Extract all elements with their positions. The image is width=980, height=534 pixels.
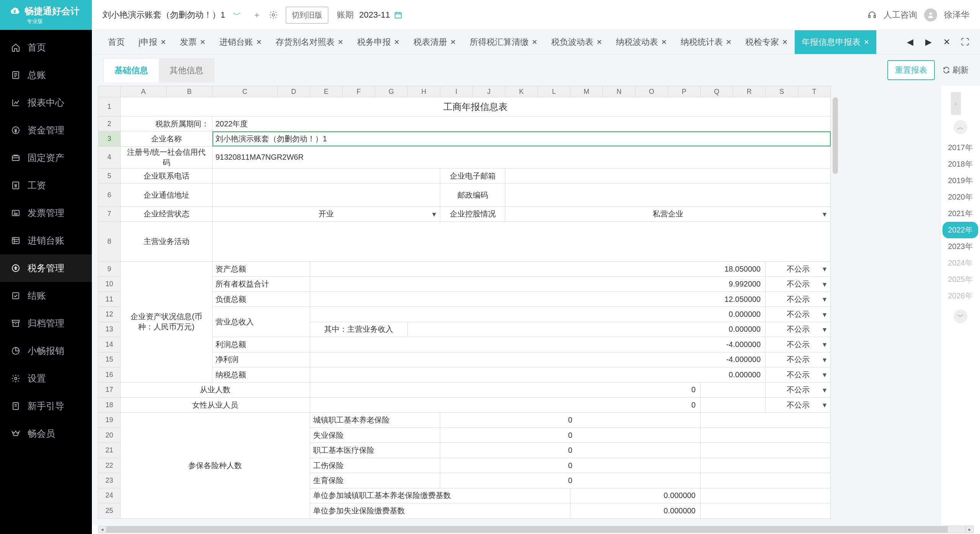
tab[interactable]: 税检专家✕ xyxy=(738,30,795,54)
close-icon[interactable]: ✕ xyxy=(160,38,166,46)
switch-old-button[interactable]: 切到旧版 xyxy=(286,7,328,24)
column-header[interactable]: H xyxy=(408,86,440,97)
publicity-select[interactable]: 不公示 xyxy=(766,382,831,397)
close-icon[interactable]: ✕ xyxy=(596,38,602,46)
hscroll-right-icon[interactable]: ▸ xyxy=(965,526,974,533)
base-value[interactable]: 0.000000 xyxy=(570,503,701,519)
publicity-select[interactable]: 不公示 xyxy=(766,367,831,382)
insurance-value[interactable]: 0 xyxy=(440,443,701,458)
close-icon[interactable]: ✕ xyxy=(864,38,869,46)
year-item[interactable]: 2019年 xyxy=(942,172,978,189)
finance-value[interactable]: 18.050000 xyxy=(310,261,766,276)
sidebar-item-member[interactable]: 畅会员 xyxy=(0,420,92,447)
row-header[interactable]: 4 xyxy=(98,146,121,168)
row-header[interactable]: 16 xyxy=(98,367,121,382)
column-header[interactable]: S xyxy=(766,86,798,97)
year-item[interactable]: 2018年 xyxy=(942,156,978,172)
finance-value[interactable]: -4.000000 xyxy=(310,337,766,352)
sidebar-item-guide[interactable]: 新手引导 xyxy=(0,392,92,420)
sidebar-item-settings[interactable]: 设置 xyxy=(0,365,92,392)
sidebar-item-archive[interactable]: 归档管理 xyxy=(0,310,92,337)
company-value-cell[interactable]: 刘小艳演示账套（勿删勿动！）1 xyxy=(212,131,831,146)
insurance-value[interactable]: 0 xyxy=(440,458,701,473)
row-header[interactable]: 7 xyxy=(98,206,121,221)
finance-value[interactable]: 0.000000 xyxy=(408,322,766,337)
female-value[interactable]: 0 xyxy=(310,398,701,413)
year-item[interactable]: 2017年 xyxy=(942,139,978,156)
scrollbar-thumb[interactable] xyxy=(833,97,838,174)
column-header[interactable]: G xyxy=(375,86,408,97)
row-header[interactable]: 25 xyxy=(98,503,121,519)
close-icon[interactable]: ✕ xyxy=(661,38,667,46)
insurance-extra[interactable] xyxy=(701,473,831,488)
publicity-select[interactable]: 不公示 xyxy=(766,337,831,352)
avatar[interactable] xyxy=(924,8,937,21)
column-header[interactable]: A xyxy=(121,86,167,97)
sidebar-item-churu[interactable]: 进销台账 xyxy=(0,227,92,254)
column-header[interactable]: K xyxy=(505,86,538,97)
row-header[interactable]: 13 xyxy=(98,322,121,337)
addr-value[interactable] xyxy=(212,183,440,206)
row-header[interactable]: 5 xyxy=(98,168,121,183)
finance-value[interactable]: -4.000000 xyxy=(310,352,766,367)
insurance-extra[interactable] xyxy=(701,428,831,442)
account-name[interactable]: 刘小艳演示账套（勿删勿动！）1 xyxy=(103,9,225,21)
column-header[interactable]: B xyxy=(167,86,212,97)
column-header[interactable]: O xyxy=(635,86,668,97)
column-header[interactable]: F xyxy=(343,86,375,97)
holding-select[interactable]: 私营企业 xyxy=(505,206,831,221)
finance-value[interactable]: 12.050000 xyxy=(310,292,766,306)
sidebar-item-money[interactable]: 资金管理 xyxy=(0,116,92,144)
sidebar-item-close[interactable]: 结账 xyxy=(0,282,92,310)
subtab[interactable]: 基础信息 xyxy=(104,59,159,82)
calendar-icon[interactable] xyxy=(394,11,402,19)
base-extra[interactable] xyxy=(701,488,831,503)
tab[interactable]: į申报✕ xyxy=(132,30,173,54)
insurance-value[interactable]: 0 xyxy=(440,428,701,442)
column-header[interactable]: D xyxy=(278,86,310,97)
insurance-value[interactable]: 0 xyxy=(440,473,701,488)
row-header[interactable]: 14 xyxy=(98,337,121,352)
tab[interactable]: 税务申报✕ xyxy=(350,30,407,54)
employees-value[interactable]: 0 xyxy=(310,382,701,397)
year-item[interactable]: 2022年 xyxy=(942,222,978,238)
reset-report-button[interactable]: 重置报表 xyxy=(887,60,935,80)
tab[interactable]: 税负波动表✕ xyxy=(544,30,609,54)
tab[interactable]: 所得税汇算清缴✕ xyxy=(463,30,544,54)
base-extra[interactable] xyxy=(701,503,831,519)
close-icon[interactable]: ✕ xyxy=(394,38,400,46)
row-header[interactable]: 15 xyxy=(98,352,121,367)
sidebar-item-invoice[interactable]: 发票管理 xyxy=(0,199,92,227)
tab-close-all-icon[interactable]: ✕ xyxy=(939,35,954,49)
tab[interactable]: 年报信息申报表✕ xyxy=(795,30,876,54)
row-header[interactable]: 18 xyxy=(98,398,121,413)
consult-label[interactable]: 人工咨询 xyxy=(884,9,917,21)
tab[interactable]: 存货别名对照表✕ xyxy=(269,30,350,54)
sheet-scroll[interactable]: ABCDEFGHIJKLMNOPQRST1工商年报信息表2税款所属期间：2022… xyxy=(92,86,940,525)
scrollbar-thumb[interactable] xyxy=(107,526,948,532)
base-value[interactable]: 0.000000 xyxy=(570,488,701,503)
insurance-extra[interactable] xyxy=(701,443,831,458)
year-item[interactable]: 2020年 xyxy=(942,189,978,205)
credit-value[interactable]: 91320811MA7NGR2W6R xyxy=(212,146,831,168)
status-select[interactable]: 开业 xyxy=(212,206,440,221)
publicity-select[interactable]: 不公示 xyxy=(766,292,831,306)
column-header[interactable]: P xyxy=(668,86,701,97)
mainbiz-value[interactable] xyxy=(212,222,831,262)
close-icon[interactable]: ✕ xyxy=(200,38,206,46)
column-header[interactable]: C xyxy=(212,86,278,97)
close-icon[interactable]: ✕ xyxy=(726,38,732,46)
row-header[interactable]: 21 xyxy=(98,443,121,458)
close-icon[interactable]: ✕ xyxy=(450,38,456,46)
tab[interactable]: 进销台账✕ xyxy=(212,30,269,54)
phone-value[interactable] xyxy=(212,168,440,183)
row-header[interactable]: 6 xyxy=(98,183,121,206)
insurance-value[interactable]: 0 xyxy=(440,413,701,428)
row-header[interactable]: 12 xyxy=(98,307,121,322)
insurance-extra[interactable] xyxy=(701,458,831,473)
sidebar-item-chart[interactable]: 报表中心 xyxy=(0,89,92,116)
vertical-scrollbar[interactable] xyxy=(831,86,840,519)
row-header[interactable]: 17 xyxy=(98,382,121,397)
column-header[interactable]: J xyxy=(473,86,505,97)
publicity-select[interactable]: 不公示 xyxy=(766,261,831,276)
